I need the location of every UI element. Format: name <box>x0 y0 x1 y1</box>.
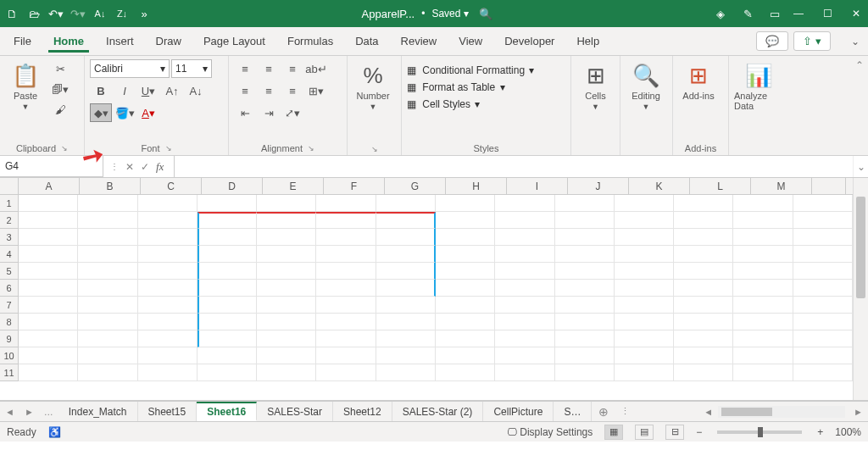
align-left-button[interactable]: ≡ <box>234 81 256 100</box>
row-header[interactable]: 9 <box>0 330 18 347</box>
cell-styles-button[interactable]: ▦ Cell Styles ▾ <box>407 98 480 110</box>
fx-icon[interactable]: fx <box>156 160 167 174</box>
zoom-in-button[interactable]: + <box>817 426 823 438</box>
tab-draw[interactable]: Draw <box>151 30 186 53</box>
sort-asc-icon[interactable]: A↓ <box>93 7 107 20</box>
tab-developer[interactable]: Developer <box>499 30 559 53</box>
menu-icon[interactable]: ⋮ <box>110 162 119 171</box>
decrease-font-button[interactable]: A↓ <box>185 81 207 100</box>
increase-indent-button[interactable]: ⇥ <box>258 103 280 122</box>
borders-button[interactable]: ◆▾ <box>90 103 112 122</box>
col-header[interactable]: D <box>202 178 263 194</box>
align-bottom-button[interactable]: ≡ <box>281 59 303 78</box>
sheet-tab[interactable]: SALES-Star (2) <box>392 402 484 421</box>
orientation-button[interactable]: ⤢▾ <box>281 103 303 122</box>
align-middle-button[interactable]: ≡ <box>258 59 280 78</box>
font-color-button[interactable]: A▾ <box>137 103 159 122</box>
redo-icon[interactable]: ↷▾ <box>71 7 85 20</box>
font-launcher-icon[interactable]: ↘ <box>165 144 172 153</box>
sheet-tab[interactable]: Sheet12 <box>333 402 392 421</box>
align-right-button[interactable]: ≡ <box>281 81 303 100</box>
enter-formula-icon[interactable]: ✓ <box>141 161 149 173</box>
sheet-tab[interactable]: Sheet15 <box>138 402 198 421</box>
zoom-slider[interactable] <box>717 430 802 434</box>
row-header[interactable]: 11 <box>0 364 18 381</box>
cells-button[interactable]: ⊞Cells▼ <box>576 59 615 114</box>
italic-button[interactable]: I <box>114 81 136 100</box>
col-header[interactable] <box>812 178 846 194</box>
accessibility-icon[interactable]: ♿ <box>48 426 61 438</box>
tab-review[interactable]: Review <box>396 30 442 53</box>
tab-formulas[interactable]: Formulas <box>282 30 338 53</box>
format-as-table-button[interactable]: ▦ Format as Table ▾ <box>407 81 505 93</box>
horizontal-scrollbar[interactable] <box>718 406 845 418</box>
row-header[interactable]: 5 <box>0 263 18 280</box>
comments-button[interactable]: 💬 <box>756 31 788 51</box>
new-sheet-button[interactable]: ⊕ <box>592 405 615 419</box>
tab-file[interactable]: File <box>8 30 36 53</box>
col-header[interactable]: M <box>751 178 812 194</box>
hscroll-right-icon[interactable]: ► <box>849 407 868 417</box>
page-layout-view-button[interactable]: ▤ <box>635 425 654 440</box>
ribbon-collapse-icon[interactable]: ⌃ <box>855 59 864 71</box>
tab-help[interactable]: Help <box>571 30 604 53</box>
select-all-corner[interactable] <box>0 178 19 195</box>
col-header[interactable]: G <box>385 178 446 194</box>
underline-button[interactable]: U▾ <box>137 81 159 100</box>
col-header[interactable]: C <box>141 178 202 194</box>
merge-button[interactable]: ⊞▾ <box>305 81 327 100</box>
col-header[interactable]: L <box>690 178 751 194</box>
sheet-tab[interactable]: Index_Match <box>58 402 138 421</box>
tab-more-icon[interactable]: … <box>39 407 58 417</box>
row-header[interactable]: 10 <box>0 347 18 364</box>
minimize-icon[interactable]: — <box>792 7 805 20</box>
sheet-tab[interactable]: CellPicture <box>483 402 554 421</box>
tab-view[interactable]: View <box>453 30 487 53</box>
decrease-indent-button[interactable]: ⇤ <box>234 103 256 122</box>
cell-grid[interactable] <box>19 195 853 400</box>
col-header[interactable]: E <box>263 178 324 194</box>
row-header[interactable]: 1 <box>0 195 18 212</box>
number-launcher-icon[interactable]: ↘ <box>371 145 378 153</box>
expand-formula-bar-icon[interactable]: ⌄ <box>853 156 868 177</box>
cancel-formula-icon[interactable]: ✕ <box>125 161 134 173</box>
open-file-icon[interactable]: 🗁 <box>27 7 41 20</box>
row-header[interactable]: 7 <box>0 297 18 314</box>
conditional-formatting-button[interactable]: ▦ Conditional Formatting ▾ <box>407 64 534 76</box>
font-size-combo[interactable]: 11▾ <box>171 59 212 78</box>
tab-page-layout[interactable]: Page Layout <box>198 30 270 53</box>
col-header[interactable]: H <box>446 178 507 194</box>
touch-mode-icon[interactable]: ✎ <box>741 7 754 20</box>
copy-button[interactable]: 🗐▾ <box>49 80 71 98</box>
sort-desc-icon[interactable]: Z↓ <box>115 7 129 20</box>
tab-scroll-left-icon[interactable]: ◄ <box>0 407 19 417</box>
row-header[interactable]: 8 <box>0 314 18 330</box>
row-header[interactable]: 6 <box>0 280 18 297</box>
row-header[interactable]: 2 <box>0 212 18 229</box>
addins-button[interactable]: ⊞Add-ins <box>678 59 719 104</box>
zoom-out-button[interactable]: − <box>696 426 702 438</box>
share-button[interactable]: ⇧ ▾ <box>793 31 831 51</box>
search-icon[interactable]: 🔍 <box>479 7 492 20</box>
tab-insert[interactable]: Insert <box>101 30 139 53</box>
vertical-scrollbar[interactable] <box>853 178 868 400</box>
col-header[interactable]: A <box>19 178 80 194</box>
sheet-tab-active[interactable]: Sheet16 <box>197 402 257 421</box>
col-header[interactable]: F <box>324 178 385 194</box>
page-break-view-button[interactable]: ⊟ <box>665 425 684 440</box>
display-settings-button[interactable]: 🖵 Display Settings <box>507 426 593 438</box>
col-header[interactable]: I <box>507 178 568 194</box>
maximize-icon[interactable]: ☐ <box>821 7 834 20</box>
normal-view-button[interactable]: ▦ <box>604 425 623 440</box>
premium-icon[interactable]: ◈ <box>714 7 727 20</box>
more-commands-icon[interactable]: » <box>137 7 151 20</box>
zoom-level[interactable]: 100% <box>835 426 861 438</box>
cut-button[interactable]: ✂ <box>49 59 71 78</box>
tab-data[interactable]: Data <box>350 30 383 53</box>
align-center-button[interactable]: ≡ <box>258 81 280 100</box>
row-header[interactable]: 3 <box>0 229 18 246</box>
undo-icon[interactable]: ↶▾ <box>49 7 63 20</box>
wrap-text-button[interactable]: ab↵ <box>305 59 327 78</box>
alignment-launcher-icon[interactable]: ↘ <box>308 144 314 153</box>
hscroll-left-icon[interactable]: ◄ <box>698 407 718 417</box>
